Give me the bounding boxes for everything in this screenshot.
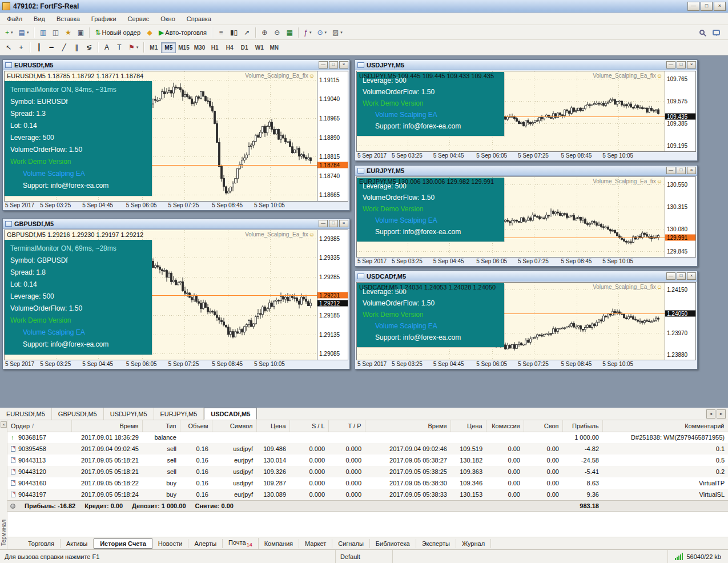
new-order-button[interactable]: ⇅Новый ордер: [92, 27, 143, 38]
chart-close-button[interactable]: ×: [687, 167, 696, 174]
chart-maximize-button[interactable]: □: [677, 167, 686, 174]
history-column-header[interactable]: Символ: [212, 420, 256, 432]
terminal-tab-assets[interactable]: Активы: [61, 539, 94, 548]
chart-tab-usdcad[interactable]: USDCADf,M5: [204, 408, 257, 420]
navigator-button[interactable]: ★: [62, 27, 74, 38]
history-column-header[interactable]: Своп: [524, 420, 562, 432]
channel-button[interactable]: ∥: [70, 42, 83, 53]
horizontal-line-button[interactable]: ━: [45, 42, 58, 53]
zoom-in-button[interactable]: ⊕: [258, 27, 271, 38]
price-axis[interactable]: 1.241501.239701.238801.24050: [665, 283, 695, 360]
price-axis[interactable]: 109.765109.575109.385109.195109.435: [665, 71, 695, 151]
history-column-header[interactable]: Цена: [256, 420, 289, 432]
chart-tab-gbpusd[interactable]: GBPUSDf,M5: [52, 408, 104, 420]
window-close-button[interactable]: ×: [714, 2, 726, 11]
history-column-header[interactable]: Время: [71, 420, 142, 432]
terminal-close-icon[interactable]: ×: [1, 421, 7, 428]
terminal-tab-news[interactable]: Новости: [152, 539, 189, 548]
chart-titlebar-usdjpy[interactable]: USDJPYf,M5—□×: [355, 60, 697, 70]
terminal-tab-market[interactable]: Маркет: [299, 539, 332, 548]
chart-plot-eurusd[interactable]: EURUSDf,M5 1.18785 1.18792 1.18771 1.187…: [5, 71, 317, 201]
terminal-tab-mail[interactable]: Почта14: [223, 538, 259, 549]
menu-window[interactable]: Окно: [155, 14, 181, 24]
data-window-button[interactable]: ◫: [49, 27, 62, 38]
chart-close-button[interactable]: ×: [339, 61, 348, 69]
price-axis[interactable]: 130.550130.315130.080129.845129.991: [665, 177, 695, 257]
fibonacci-button[interactable]: ≶: [83, 42, 95, 53]
terminal-tab-trade[interactable]: Торговля: [22, 539, 61, 548]
history-column-header[interactable]: Цена: [451, 420, 486, 432]
timeframe-h4-button[interactable]: H4: [222, 42, 237, 53]
tile-windows-button[interactable]: ▦: [283, 27, 296, 38]
timeframe-mn-button[interactable]: MN: [267, 42, 281, 53]
price-axis[interactable]: 1.191151.190401.189651.188901.188151.187…: [317, 71, 348, 201]
timeframe-m30-button[interactable]: M30: [192, 42, 207, 53]
chart-candles-button[interactable]: ▮▯: [227, 27, 240, 38]
profiles-button[interactable]: ▤▾: [16, 27, 32, 38]
terminal-tab-account-history[interactable]: История Счета: [94, 538, 152, 549]
history-column-header[interactable]: Объем: [180, 420, 212, 432]
window-minimize-button[interactable]: —: [687, 2, 699, 11]
chart-titlebar-eurusd[interactable]: EURUSDf,M5—□×: [3, 60, 349, 70]
history-column-header[interactable]: S / L: [289, 420, 328, 432]
new-chart-button[interactable]: +▾: [2, 27, 16, 38]
chart-minimize-button[interactable]: —: [666, 167, 675, 174]
arrows-button[interactable]: ⚑▾: [126, 42, 141, 53]
chart-maximize-button[interactable]: □: [329, 61, 338, 69]
cursor-button[interactable]: ↖: [2, 42, 15, 53]
history-column-header[interactable]: Комментарий: [602, 420, 728, 432]
menu-charts[interactable]: Графики: [86, 14, 122, 24]
chart-tab-usdjpy[interactable]: USDJPYf,M5: [104, 408, 154, 420]
history-column-header[interactable]: Комиссия: [486, 420, 524, 432]
zoom-out-button[interactable]: ⊖: [271, 27, 283, 38]
price-axis[interactable]: 1.293851.293351.292851.291851.291351.290…: [317, 230, 348, 360]
history-column-header[interactable]: Ордер/: [7, 420, 71, 432]
text-button[interactable]: A: [100, 42, 113, 53]
app-titlebar[interactable]: 479102: FortFS-Real — □ ×: [0, 0, 728, 13]
history-column-header[interactable]: Время: [365, 420, 451, 432]
menu-insert[interactable]: Вставка: [51, 14, 86, 24]
metaeditor-button[interactable]: ◆: [143, 27, 156, 38]
chart-plot-usdcad[interactable]: USDCADf,M5 1.24034 1.24053 1.24028 1.240…: [357, 283, 665, 360]
chart-tab-eurjpy[interactable]: EURJPYf,M5: [154, 408, 204, 420]
autotrading-button[interactable]: ▶Авто-торговля: [156, 27, 210, 38]
search-icon[interactable]: [699, 30, 705, 35]
chart-plot-eurjpy[interactable]: EURJPYf,M5 130.006 130.006 129.982 129.9…: [357, 177, 665, 257]
trendline-button[interactable]: ╱: [58, 42, 70, 53]
vertical-line-button[interactable]: ┃: [33, 42, 45, 53]
chart-close-button[interactable]: ×: [687, 61, 696, 69]
menu-help[interactable]: Справка: [181, 14, 217, 24]
timeframe-m15-button[interactable]: M15: [176, 42, 191, 53]
terminal-tab-alerts[interactable]: Алерты: [188, 539, 223, 548]
terminal-tab-journal[interactable]: Журнал: [456, 539, 491, 548]
terminal-tab-company[interactable]: Компания: [259, 539, 299, 548]
chart-titlebar-usdcad[interactable]: USDCADf,M5—□×: [355, 271, 697, 282]
templates-button[interactable]: ▨▾: [329, 27, 345, 38]
indicators-button[interactable]: ƒ▾: [301, 27, 314, 38]
chart-plot-usdjpy[interactable]: USDJPYf,M5 109.445 109.445 109.433 109.4…: [357, 71, 665, 151]
timeframe-m1-button[interactable]: M1: [146, 42, 161, 53]
chart-bars-button[interactable]: ≡: [215, 27, 227, 38]
window-maximize-button[interactable]: □: [701, 2, 713, 11]
terminal-tab-signals[interactable]: Сигналы: [332, 539, 370, 548]
chart-titlebar-eurjpy[interactable]: EURJPYf,M5—□×: [355, 166, 697, 176]
label-button[interactable]: T: [113, 42, 126, 53]
statusbar-profile[interactable]: Default: [336, 550, 393, 563]
chart-close-button[interactable]: ×: [339, 220, 348, 227]
history-row-90443197[interactable]: 904431972017.09.05 05:18:24buy0.16eurjpy…: [7, 489, 728, 500]
chart-minimize-button[interactable]: —: [319, 61, 328, 69]
menu-view[interactable]: Вид: [28, 14, 51, 24]
chart-close-button[interactable]: ×: [687, 272, 696, 280]
timeframe-d1-button[interactable]: D1: [237, 42, 252, 53]
history-row-90443113[interactable]: 904431132017.09.05 05:18:21sell0.16eurjp…: [7, 455, 728, 466]
history-row-90443120[interactable]: 904431202017.09.05 05:18:21sell0.16usdjp…: [7, 466, 728, 477]
terminal-tab-library[interactable]: Библиотека: [370, 539, 416, 548]
chart-maximize-button[interactable]: □: [677, 272, 686, 280]
periods-button[interactable]: ⊙▾: [314, 27, 329, 38]
chart-maximize-button[interactable]: □: [677, 61, 686, 69]
terminal-panel-button[interactable]: ▣: [74, 27, 87, 38]
chart-minimize-button[interactable]: —: [666, 61, 675, 69]
chart-titlebar-gbpusd[interactable]: GBPUSDf,M5—□×: [3, 219, 349, 229]
terminal-tab-experts[interactable]: Эксперты: [416, 539, 456, 548]
history-row-90395458[interactable]: 903954582017.09.04 09:02:45sell0.16usdjp…: [7, 443, 728, 455]
